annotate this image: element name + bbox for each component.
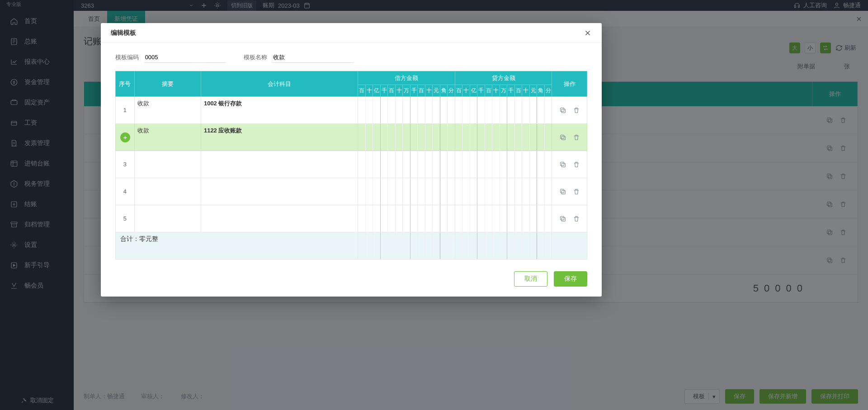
- svg-rect-25: [560, 108, 564, 111]
- template-row[interactable]: 1收款1002 银行存款: [116, 97, 587, 124]
- trash-icon[interactable]: [573, 215, 580, 222]
- row-index: +: [116, 124, 135, 151]
- col-debit: 借方金额: [358, 71, 455, 85]
- svg-rect-28: [561, 163, 565, 167]
- name-input[interactable]: [272, 52, 354, 63]
- unit-header: 十: [395, 85, 403, 97]
- total-label: 合计：零元整: [116, 232, 358, 259]
- unit-header: 十: [462, 85, 470, 97]
- unit-header: 万: [403, 85, 410, 97]
- row-index: 3: [116, 151, 135, 178]
- close-icon: [584, 29, 592, 37]
- modal-form: 模板编码 模板名称: [115, 52, 587, 63]
- unit-header: 元: [433, 85, 440, 97]
- copy-icon[interactable]: [559, 107, 566, 114]
- save-button[interactable]: 保存: [554, 271, 587, 287]
- unit-header: 百: [358, 85, 366, 97]
- row-credit[interactable]: [455, 151, 552, 178]
- unit-header: 百: [485, 85, 492, 97]
- row-ops: [552, 178, 587, 205]
- unit-header: 十: [522, 85, 530, 97]
- modal-body: 模板编码 模板名称 序号 摘要 会计科目 借方金额 贷方金额 操作 百十亿千百十…: [101, 43, 602, 264]
- row-account[interactable]: [201, 205, 358, 232]
- code-input[interactable]: [144, 52, 226, 63]
- unit-header: 千: [477, 85, 485, 97]
- unit-header: 十: [492, 85, 500, 97]
- row-summary[interactable]: [134, 205, 201, 232]
- svg-rect-31: [560, 189, 564, 193]
- row-account[interactable]: [201, 178, 358, 205]
- svg-rect-27: [560, 135, 564, 138]
- row-ops: [552, 151, 587, 178]
- unit-header: 十: [365, 85, 373, 97]
- row-debit[interactable]: [358, 124, 455, 151]
- row-credit[interactable]: [455, 178, 552, 205]
- row-credit[interactable]: [455, 205, 552, 232]
- unit-header: 百: [455, 85, 462, 97]
- unit-header: 万: [500, 85, 507, 97]
- row-ops: [552, 124, 587, 151]
- unit-header: 亿: [373, 85, 381, 97]
- template-row[interactable]: 4: [116, 178, 587, 205]
- unit-header: 角: [440, 85, 448, 97]
- copy-icon[interactable]: [559, 188, 566, 195]
- row-debit[interactable]: [358, 151, 455, 178]
- copy-icon[interactable]: [559, 215, 566, 222]
- unit-header: 千: [380, 85, 388, 97]
- unit-header: 元: [529, 85, 537, 97]
- copy-icon[interactable]: [559, 161, 566, 168]
- unit-header: 角: [537, 85, 545, 97]
- row-account[interactable]: 1002 银行存款: [201, 97, 358, 124]
- col-account: 会计科目: [201, 71, 358, 97]
- unit-header: 百: [514, 85, 522, 97]
- row-credit[interactable]: [455, 97, 552, 124]
- unit-header: 百: [418, 85, 425, 97]
- row-account[interactable]: [201, 151, 358, 178]
- unit-header: 分: [448, 85, 455, 97]
- add-row-button[interactable]: +: [120, 132, 130, 142]
- row-index: 1: [116, 97, 135, 124]
- modal-header: 编辑模板: [101, 23, 602, 43]
- col-ops: 操作: [552, 71, 587, 97]
- col-credit: 贷方金额: [455, 71, 552, 85]
- cancel-button[interactable]: 取消: [514, 271, 547, 287]
- svg-rect-30: [561, 190, 565, 194]
- row-credit[interactable]: [455, 124, 552, 151]
- template-table: 序号 摘要 会计科目 借方金额 贷方金额 操作 百十亿千百十万千百十元角分百十亿…: [115, 71, 587, 259]
- name-label: 模板名称: [244, 54, 267, 61]
- modal-footer: 取消 保存: [101, 264, 602, 297]
- template-row[interactable]: 5: [116, 205, 587, 232]
- template-row[interactable]: +收款1122 应收账款: [116, 124, 587, 151]
- unit-header: 百: [388, 85, 396, 97]
- template-row[interactable]: 3: [116, 151, 587, 178]
- unit-header: 千: [507, 85, 515, 97]
- trash-icon[interactable]: [573, 161, 580, 168]
- unit-header: 分: [544, 85, 552, 97]
- svg-rect-26: [561, 136, 565, 140]
- row-ops: [552, 97, 587, 124]
- row-summary[interactable]: 收款: [134, 97, 201, 124]
- row-debit[interactable]: [358, 97, 455, 124]
- code-label: 模板编码: [115, 54, 139, 61]
- edit-template-modal: 编辑模板 模板编码 模板名称 序号 摘要 会计科目 借方金额 贷: [101, 23, 602, 297]
- trash-icon[interactable]: [573, 107, 580, 114]
- unit-header: 十: [425, 85, 433, 97]
- row-summary[interactable]: 收款: [134, 124, 201, 151]
- svg-rect-29: [560, 162, 564, 165]
- row-ops: [552, 205, 587, 232]
- trash-icon[interactable]: [573, 188, 580, 195]
- svg-rect-32: [561, 217, 565, 221]
- row-debit[interactable]: [358, 205, 455, 232]
- row-debit[interactable]: [358, 178, 455, 205]
- trash-icon[interactable]: [573, 134, 580, 141]
- unit-header: 亿: [470, 85, 477, 97]
- modal-title: 编辑模板: [111, 29, 136, 37]
- col-summary: 摘要: [134, 71, 201, 97]
- row-account[interactable]: 1122 应收账款: [201, 124, 358, 151]
- row-summary[interactable]: [134, 151, 201, 178]
- col-index: 序号: [116, 71, 135, 97]
- svg-rect-24: [561, 109, 565, 113]
- copy-icon[interactable]: [559, 134, 566, 141]
- modal-close[interactable]: [584, 29, 592, 37]
- row-summary[interactable]: [134, 178, 201, 205]
